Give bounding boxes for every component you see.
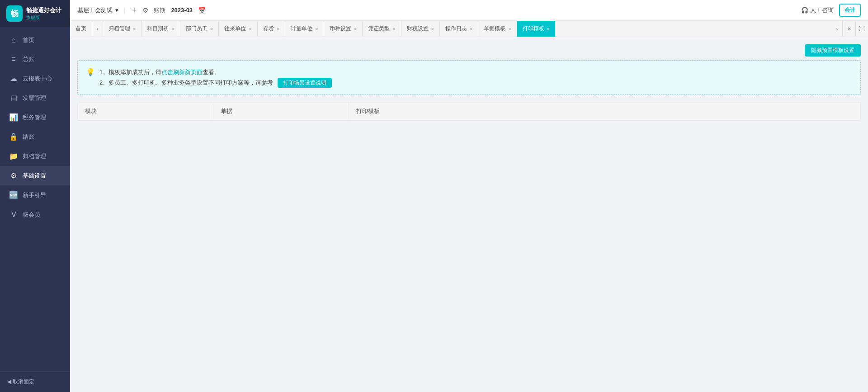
bulb-icon: 💡 bbox=[86, 68, 95, 76]
tab-partner[interactable]: 往来单位 × bbox=[219, 21, 257, 37]
hide-template-button[interactable]: 隐藏预置模板设置 bbox=[805, 44, 861, 57]
tab-home[interactable]: 首页 bbox=[70, 21, 92, 37]
sidebar-item-ledger[interactable]: ≡ 总账 bbox=[0, 50, 70, 69]
tab-taxsettings-close[interactable]: × bbox=[431, 26, 434, 32]
tab-printtemplate-close[interactable]: × bbox=[547, 26, 550, 32]
tab-dept-label: 部门员工 bbox=[186, 25, 208, 33]
info-line2-text: 2、多员工、多打印机、多种业务类型设置不同打印方案等，请参考 bbox=[99, 79, 273, 86]
sidebar-item-settings[interactable]: ⚙ 基础设置 bbox=[0, 166, 70, 185]
tab-currency-label: 币种设置 bbox=[330, 25, 351, 33]
sidebar-nav: ⌂ 首页 ≡ 总账 ☁ 云报表中心 ▤ 发票管理 📊 税务管理 🔒 结账 📁 归… bbox=[0, 27, 70, 371]
tab-subject[interactable]: 科目期初 × bbox=[142, 21, 180, 37]
print-template-table: 模块 单据 打印模板 bbox=[77, 102, 861, 121]
tab-inventory-label: 存货 bbox=[263, 25, 274, 33]
th-voucher: 单据 bbox=[213, 103, 349, 120]
tab-singletemplate-close[interactable]: × bbox=[508, 26, 511, 32]
tab-singletemplate[interactable]: 单据模板 × bbox=[478, 21, 517, 37]
company-selector[interactable]: 基层工会测试 ▾ bbox=[77, 6, 118, 14]
tab-dept-close[interactable]: × bbox=[210, 26, 213, 32]
sidebar-item-archive[interactable]: 📁 归档管理 bbox=[0, 146, 70, 166]
info-line2: 2、多员工、多打印机、多种业务类型设置不同打印方案等，请参考 打印场景设置说明 bbox=[99, 77, 852, 88]
logo-sub: 旗舰版 bbox=[26, 14, 61, 21]
help-label: 人工咨询 bbox=[810, 6, 834, 14]
tab-expand[interactable]: ⛶ bbox=[855, 21, 868, 37]
sidebar-item-home[interactable]: ⌂ 首页 bbox=[0, 31, 70, 50]
tab-currency-close[interactable]: × bbox=[354, 26, 357, 32]
tab-unit[interactable]: 计量单位 × bbox=[285, 21, 324, 37]
archive-icon: 📁 bbox=[9, 152, 18, 161]
pin-label: ◀I取消固定 bbox=[7, 378, 34, 386]
info-text: 1、模板添加成功后，请点击刷新新页面查看。 2、多员工、多打印机、多种业务类型设… bbox=[99, 67, 852, 88]
sidebar-label-home: 首页 bbox=[23, 36, 34, 44]
print-scene-button[interactable]: 打印场景设置说明 bbox=[278, 78, 332, 88]
tab-oplog-close[interactable]: × bbox=[470, 26, 472, 32]
sidebar-item-guide[interactable]: 🆕 新手引导 bbox=[0, 185, 70, 205]
logo-icon: 畅 bbox=[6, 5, 23, 22]
tab-unit-close[interactable]: × bbox=[315, 26, 318, 32]
sidebar-pin-toggle[interactable]: ◀I取消固定 bbox=[0, 371, 70, 392]
tab-printtemplate-label: 打印模板 bbox=[523, 25, 544, 33]
sidebar-label-guide: 新手引导 bbox=[23, 191, 46, 199]
tab-archive[interactable]: 归档管理 × bbox=[103, 21, 142, 37]
tab-home-label: 首页 bbox=[75, 25, 86, 33]
info-line1: 1、模板添加成功后，请点击刷新新页面查看。 bbox=[99, 67, 852, 77]
sidebar-label-settings: 基础设置 bbox=[23, 172, 46, 180]
calendar-icon[interactable]: 📅 bbox=[198, 7, 206, 14]
tabbar: 首页 ‹ 归档管理 × 科目期初 × 部门员工 × 往来单位 × 存货 × 计量… bbox=[70, 21, 868, 37]
sidebar-item-member[interactable]: Ⅴ 畅会员 bbox=[0, 205, 70, 224]
th-print-template: 打印模板 bbox=[349, 103, 860, 120]
info-line1-prefix: 1、模板添加成功后，请 bbox=[99, 69, 161, 76]
ledger-icon: ≡ bbox=[9, 55, 18, 63]
tab-inventory[interactable]: 存货 × bbox=[258, 21, 285, 37]
tab-taxsettings[interactable]: 财税设置 × bbox=[401, 21, 440, 37]
tax-icon: 📊 bbox=[9, 113, 18, 122]
info-line1-suffix: 查看。 bbox=[203, 69, 220, 76]
tab-vouchertype[interactable]: 凭证类型 × bbox=[363, 21, 401, 37]
account-button[interactable]: 会计 bbox=[839, 4, 861, 17]
tab-currency[interactable]: 币种设置 × bbox=[324, 21, 363, 37]
sidebar-item-closing[interactable]: 🔒 结账 bbox=[0, 127, 70, 146]
sidebar-label-member: 畅会员 bbox=[23, 211, 40, 219]
tab-subject-close[interactable]: × bbox=[171, 26, 174, 32]
sidebar-item-invoice[interactable]: ▤ 发票管理 bbox=[0, 88, 70, 108]
period-value: 2023-03 bbox=[171, 7, 193, 14]
tab-unit-label: 计量单位 bbox=[291, 25, 312, 33]
sidebar-item-tax[interactable]: 📊 税务管理 bbox=[0, 108, 70, 127]
tab-dept[interactable]: 部门员工 × bbox=[180, 21, 219, 37]
reports-icon: ☁ bbox=[9, 74, 18, 83]
tab-archive-label: 归档管理 bbox=[108, 25, 130, 33]
th-module: 模块 bbox=[78, 103, 213, 120]
add-tab-button[interactable]: ＋ bbox=[131, 5, 138, 15]
topbar: 基层工会测试 ▾ | ＋ ⚙ 账期 2023-03 📅 🎧 人工咨询 会计 bbox=[70, 0, 868, 21]
tab-vouchertype-close[interactable]: × bbox=[392, 26, 395, 32]
sidebar-label-closing: 结账 bbox=[23, 133, 34, 141]
sidebar-label-tax: 税务管理 bbox=[23, 113, 46, 122]
tab-archive-close[interactable]: × bbox=[133, 26, 136, 32]
sidebar-label-invoice: 发票管理 bbox=[23, 94, 46, 102]
tab-singletemplate-label: 单据模板 bbox=[484, 25, 505, 33]
tab-scroll-right[interactable]: › bbox=[832, 21, 843, 37]
tab-oplog[interactable]: 操作日志 × bbox=[440, 21, 478, 37]
tab-nav-prev: ‹ bbox=[92, 21, 103, 37]
topbar-right: 🎧 人工咨询 会计 bbox=[801, 4, 861, 17]
invoice-icon: ▤ bbox=[9, 94, 18, 102]
tab-oplog-label: 操作日志 bbox=[445, 25, 467, 33]
tab-printtemplate[interactable]: 打印模板 × bbox=[517, 21, 556, 37]
tab-partner-close[interactable]: × bbox=[249, 26, 251, 32]
hide-template-row: 隐藏预置模板设置 bbox=[77, 44, 861, 57]
sidebar-label-reports: 云报表中心 bbox=[23, 75, 52, 83]
app-logo: 畅 畅捷通好会计 旗舰版 bbox=[0, 0, 70, 27]
settings-button[interactable]: ⚙ bbox=[142, 6, 148, 14]
tab-inventory-close[interactable]: × bbox=[277, 26, 279, 32]
logo-title: 畅捷通好会计 bbox=[26, 6, 61, 14]
info-banner: 💡 1、模板添加成功后，请点击刷新新页面查看。 2、多员工、多打印机、多种业务类… bbox=[77, 60, 861, 95]
member-icon: Ⅴ bbox=[9, 210, 18, 219]
tab-partner-label: 往来单位 bbox=[224, 25, 246, 33]
sidebar-item-reports[interactable]: ☁ 云报表中心 bbox=[0, 69, 70, 88]
refresh-link[interactable]: 点击刷新新页面 bbox=[161, 69, 203, 76]
company-name: 基层工会测试 bbox=[77, 6, 113, 14]
help-button[interactable]: 🎧 人工咨询 bbox=[801, 6, 834, 14]
tab-close-all[interactable]: × bbox=[843, 21, 855, 37]
topbar-divider: | bbox=[124, 7, 125, 14]
tab-scroll-left[interactable]: ‹ bbox=[92, 21, 103, 37]
